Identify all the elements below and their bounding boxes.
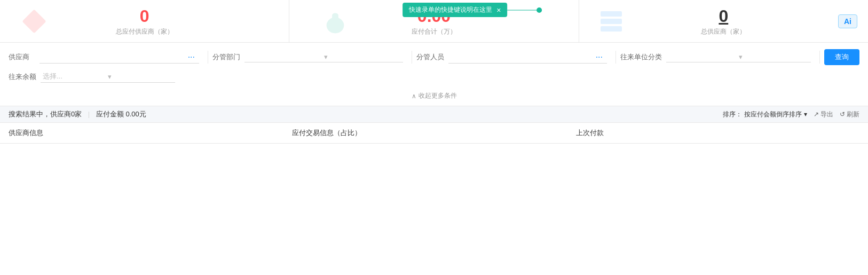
sort-value: 按应付会额倒序排序 [744,110,802,119]
unit-chevron-icon: ▾ [739,53,809,61]
export-icon: ↗ [814,111,819,118]
filter-bar: 供应商 ··· 分管部门 ▾ 分管人员 ··· [0,43,868,106]
svg-point-3 [332,13,338,18]
filter-dept: 分管部门 ▾ [212,52,407,62]
refresh-button[interactable]: ↺ 刷新 [840,110,859,119]
stat-payable-total: 0.00 应付合计（万） 快速录单的快捷键说明在这里 × [289,0,579,42]
table-col-supplier: 供应商信息 [9,128,292,138]
collapse-icon: ∧ [412,92,416,100]
shortcut-tooltip: 快速录单的快捷键说明在这里 × [403,3,507,17]
sort-chevron-icon: ▾ [804,111,807,118]
filter-unit: 往来单位分类 ▾ [620,52,815,62]
export-label: 导出 [820,110,833,119]
supplier-filter-dots[interactable]: ··· [186,52,197,62]
collapse-label: 收起更多条件 [419,91,457,100]
person-filter-input-wrap[interactable]: ··· [448,51,607,64]
total-supplier-number: 0 [719,6,728,26]
result-bar: 搜索结果中，供应商0家 | 应付金额 0.00元 排序： 按应付会额倒序排序 ▾… [0,106,868,123]
person-filter-dots[interactable]: ··· [594,52,605,62]
dept-chevron-icon: ▾ [324,53,401,61]
result-info-text: 搜索结果中，供应商0家 [9,110,82,118]
table-col-last-payment: 上次付款 [576,128,859,138]
supplier-count-number: 0 [140,6,149,26]
diamond-icon [21,9,47,34]
unit-filter-select[interactable]: ▾ [666,52,811,62]
result-info: 搜索结果中，供应商0家 | 应付金额 0.00元 [9,109,146,119]
sort-select[interactable]: 排序： 按应付会额倒序排序 ▾ [723,110,807,119]
refresh-icon: ↺ [840,111,845,118]
sort-label: 排序： [723,110,742,119]
filter-divider-2 [412,51,412,64]
tooltip-close-btn[interactable]: × [496,6,501,14]
supplier-filter-input[interactable] [42,53,186,61]
balance-filter-placeholder: 选择... [43,72,108,81]
filter-divider-1 [208,51,208,64]
money-bag-icon [321,7,349,35]
payable-total-label: 应付合计（万） [412,27,456,36]
svg-rect-0 [22,9,46,33]
balance-chevron-icon: ▾ [108,73,173,81]
result-actions: 排序： 按应付会额倒序排序 ▾ ↗ 导出 ↺ 刷新 [723,110,859,119]
unit-filter-label: 往来单位分类 [620,52,662,62]
collapse-button[interactable]: ∧ 收起更多条件 [412,91,457,100]
balance-filter-label: 往来余额 [9,72,36,82]
filter-row-1: 供应商 ··· 分管部门 ▾ 分管人员 ··· [9,49,859,65]
supplier-count-label: 总应付供应商（家） [116,27,173,36]
filter-supplier: 供应商 ··· [9,51,203,64]
export-button[interactable]: ↗ 导出 [814,110,833,119]
supplier-filter-input-wrap[interactable]: ··· [40,51,199,64]
refresh-label: 刷新 [847,110,859,119]
stat-supplier-count: 0 总应付供应商（家） [0,0,289,42]
total-supplier-label: 总供应商（家） [701,27,746,36]
tooltip-dot [536,7,542,13]
stats-bar: 0 总应付供应商（家） 0.00 应付合计（万） 快速录单的快捷键说明在这里 ×… [0,0,868,43]
stat-total-supplier: 0 总供应商（家） Ai [579,0,868,42]
person-filter-label: 分管人员 [416,52,444,62]
collapse-bar: ∧ 收起更多条件 [9,88,859,106]
table-col-transaction: 应付交易信息（占比） [292,128,575,138]
result-divider: | [88,110,90,118]
balance-filter-select[interactable]: 选择... ▾ [41,70,175,83]
filter-person: 分管人员 ··· [416,51,611,64]
table-header: 供应商信息 应付交易信息（占比） 上次付款 [0,123,868,144]
filter-divider-4 [819,51,820,64]
dept-filter-select[interactable]: ▾ [244,52,403,62]
person-filter-input[interactable] [451,53,594,61]
filter-row-2: 往来余额 选择... ▾ [9,70,179,83]
tooltip-text: 快速录单的快捷键说明在这里 [409,5,492,14]
dept-filter-label: 分管部门 [212,52,240,62]
content-area [0,144,868,275]
result-amount-text: 应付金额 0.00元 [96,110,146,118]
supplier-filter-label: 供应商 [9,52,35,62]
filter-divider-3 [616,51,616,64]
query-button[interactable]: 查询 [824,49,859,65]
ai-badge[interactable]: Ai [838,14,857,28]
